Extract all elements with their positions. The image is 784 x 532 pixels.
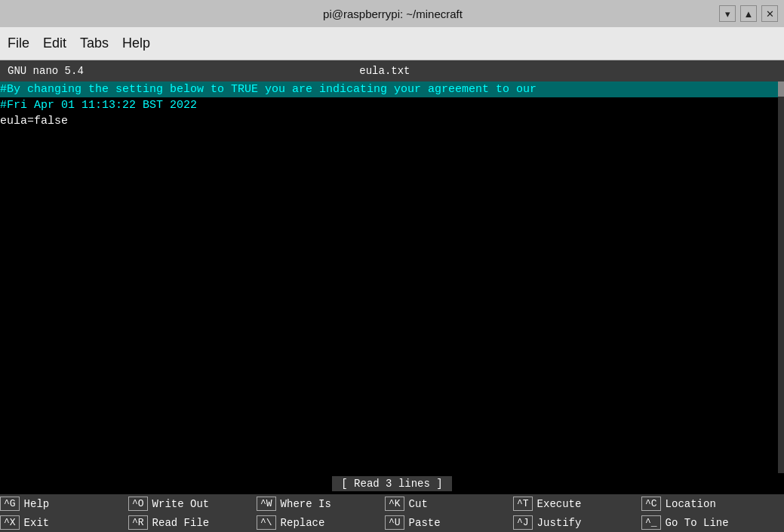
shortcut-key-writeout: ^O	[128, 497, 148, 511]
shortcut-label-location: Location	[666, 498, 716, 510]
shortcut-label-writeout: Write Out	[152, 498, 210, 510]
shortcut-location[interactable]: ^C Location	[641, 497, 770, 511]
nano-editor-container: GNU nano 5.4 eula.txt #By changing the s…	[0, 60, 784, 532]
shortcut-key-paste: ^U	[385, 515, 404, 530]
shortcut-key-whereis: ^W	[257, 497, 276, 511]
title-bar: pi@raspberrypi: ~/minecraft ▾ ▲ ✕	[0, 0, 784, 27]
shortcut-row-1: ^G Help ^O Write Out ^W Where Is ^K Cut …	[0, 494, 784, 513]
shortcut-gotoline[interactable]: ^_ Go To Line	[641, 515, 770, 530]
shortcut-label-exit: Exit	[24, 517, 50, 529]
shortcut-key-readfile: ^R	[128, 515, 148, 530]
editor-line-2: #Fri Apr 01 11:13:22 BST 2022	[0, 97, 784, 113]
shortcut-row-2: ^X Exit ^R Read File ^\ Replace ^U Paste…	[0, 513, 784, 532]
shortcut-label-justify: Justify	[537, 517, 582, 529]
shortcut-label-readfile: Read File	[152, 517, 210, 529]
shortcut-justify[interactable]: ^J Justify	[513, 515, 641, 530]
shortcut-paste[interactable]: ^U Paste	[385, 515, 513, 530]
nano-editor-area[interactable]: #By changing the setting below to TRUE y…	[0, 81, 784, 473]
maximize-button[interactable]: ▲	[740, 5, 757, 22]
nano-shortcuts: ^G Help ^O Write Out ^W Where Is ^K Cut …	[0, 494, 784, 532]
shortcut-readfile[interactable]: ^R Read File	[128, 515, 257, 530]
window-controls: ▾ ▲ ✕	[719, 5, 778, 22]
nano-statusbar: [ Read 3 lines ]	[0, 473, 784, 494]
menu-file[interactable]: File	[8, 35, 29, 51]
shortcut-label-replace: Replace	[281, 517, 325, 529]
editor-line-3: eula=false	[0, 113, 784, 129]
scrollbar-thumb	[778, 81, 784, 97]
shortcut-key-gotoline: ^_	[641, 515, 661, 530]
shortcut-label-whereis: Where Is	[281, 498, 331, 510]
shortcut-label-execute: Execute	[537, 498, 582, 510]
window-title: pi@raspberrypi: ~/minecraft	[66, 8, 719, 20]
shortcut-key-help: ^G	[0, 497, 20, 511]
menu-bar: File Edit Tabs Help	[0, 27, 784, 60]
nano-filename: eula.txt	[359, 65, 410, 77]
shortcut-exit[interactable]: ^X Exit	[0, 515, 128, 530]
shortcut-key-justify: ^J	[513, 515, 533, 530]
shortcut-key-cut: ^K	[385, 497, 404, 511]
menu-tabs[interactable]: Tabs	[80, 35, 109, 51]
shortcut-label-help: Help	[24, 498, 50, 510]
nano-topbar: GNU nano 5.4 eula.txt	[0, 60, 784, 81]
nano-status-message: [ Read 3 lines ]	[332, 476, 451, 491]
minimize-button[interactable]: ▾	[719, 5, 736, 22]
shortcut-key-location: ^C	[641, 497, 661, 511]
shortcut-key-execute: ^T	[513, 497, 533, 511]
shortcut-whereis[interactable]: ^W Where Is	[257, 497, 385, 511]
scrollbar[interactable]	[778, 81, 784, 473]
shortcut-replace[interactable]: ^\ Replace	[257, 515, 385, 530]
menu-edit[interactable]: Edit	[43, 35, 66, 51]
shortcut-execute[interactable]: ^T Execute	[513, 497, 641, 511]
shortcut-label-cut: Cut	[409, 498, 428, 510]
shortcut-cut[interactable]: ^K Cut	[385, 497, 513, 511]
shortcut-label-gotoline: Go To Line	[666, 517, 729, 529]
close-button[interactable]: ✕	[761, 5, 778, 22]
shortcut-help[interactable]: ^G Help	[0, 497, 128, 511]
editor-line-1: #By changing the setting below to TRUE y…	[0, 81, 784, 97]
nano-version: GNU nano 5.4	[8, 65, 84, 77]
shortcut-key-replace: ^\	[257, 515, 276, 530]
menu-help[interactable]: Help	[122, 35, 150, 51]
shortcut-key-exit: ^X	[0, 515, 20, 530]
shortcut-writeout[interactable]: ^O Write Out	[128, 497, 257, 511]
shortcut-label-paste: Paste	[409, 517, 441, 529]
